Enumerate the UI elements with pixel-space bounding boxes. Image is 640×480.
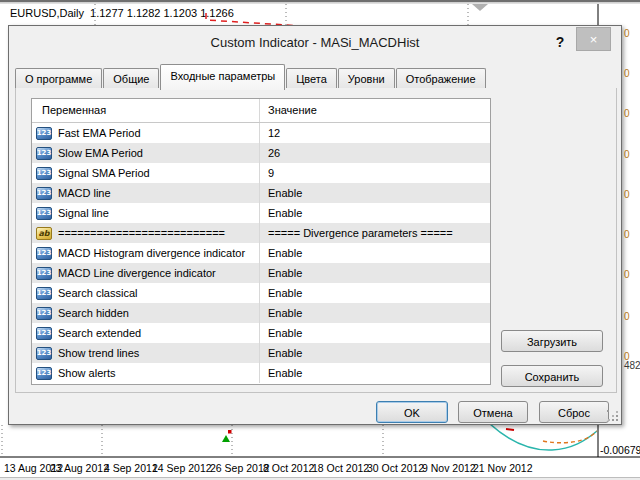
param-value-cell[interactable]: Enable xyxy=(259,343,490,363)
numeric-param-icon: 123 xyxy=(36,247,52,260)
param-value-cell[interactable]: 9 xyxy=(259,163,490,183)
table-row[interactable]: 123Show alertsEnable xyxy=(32,363,490,383)
param-name: Signal SMA Period xyxy=(58,167,150,179)
string-param-icon: ab xyxy=(36,227,52,240)
indicator-value-label: -0.00679 xyxy=(600,444,640,456)
numeric-param-icon: 123 xyxy=(36,327,52,340)
param-value-cell[interactable]: Enable xyxy=(259,183,490,203)
bullish-arrow-icon xyxy=(222,435,230,442)
param-name: Show trend lines xyxy=(58,347,139,359)
numeric-param-icon: 123 xyxy=(36,347,52,360)
param-value-cell[interactable]: Enable xyxy=(259,363,490,383)
tab-visualization[interactable]: Отображение xyxy=(396,68,486,90)
numeric-param-icon: 123 xyxy=(36,207,52,220)
param-name-cell: 123Slow EMA Period xyxy=(32,143,259,163)
param-name-cell: 123Fast EMA Period xyxy=(32,123,259,143)
dialog-title: Custom Indicator - MASi_MACDHist xyxy=(9,35,621,50)
param-name: Show alerts xyxy=(58,367,115,379)
help-button[interactable]: ? xyxy=(551,33,569,51)
parameters-table: Переменная Значение 123Fast EMA Period12… xyxy=(31,98,491,385)
param-name-cell: 123Show alerts xyxy=(32,363,259,383)
numeric-param-icon: 123 xyxy=(36,267,52,280)
numeric-param-icon: 123 xyxy=(36,127,52,140)
param-name-cell: 123Search classical xyxy=(32,283,259,303)
table-row[interactable]: 123Signal SMA Period9 xyxy=(32,163,490,183)
param-name: Search hidden xyxy=(58,307,129,319)
cancel-button[interactable]: Отмена xyxy=(458,401,528,423)
bearish-dot-icon xyxy=(228,430,232,434)
table-row[interactable]: 123Show trend linesEnable xyxy=(32,343,490,363)
param-name: Signal line xyxy=(58,207,109,219)
macd-line-teal xyxy=(490,424,597,450)
param-name-cell: 123MACD line xyxy=(32,183,259,203)
numeric-param-icon: 123 xyxy=(36,287,52,300)
metatrader-chart-screen: { "chart": { "symbol_info": "EURUSD,Dail… xyxy=(0,0,640,480)
numeric-param-icon: 123 xyxy=(36,147,52,160)
ok-button[interactable]: OK xyxy=(376,401,448,423)
param-name-cell: 123Show trend lines xyxy=(32,343,259,363)
table-row[interactable]: 123Slow EMA Period26 xyxy=(32,143,490,163)
param-name-cell: 123Signal line xyxy=(32,203,259,223)
column-header-value[interactable]: Значение xyxy=(259,99,490,122)
table-row[interactable]: 123Fast EMA Period12 xyxy=(32,123,490,143)
tabstrip: О программеОбщиеВходные параметрыЦветаУр… xyxy=(15,63,617,89)
param-name-cell: 123Search hidden xyxy=(32,303,259,323)
param-name-cell: 123MACD Line divergence indicator xyxy=(32,263,259,283)
tab-about[interactable]: О программе xyxy=(15,68,102,90)
close-button[interactable]: × xyxy=(576,27,611,51)
param-value-cell[interactable]: ===== Divergence parameters ===== xyxy=(259,223,490,243)
tab-common[interactable]: Общие xyxy=(103,68,159,90)
object-anchor-triangle-icon xyxy=(472,4,488,11)
param-name-cell: ab========================== xyxy=(32,223,259,243)
resize-grip[interactable] xyxy=(607,410,619,422)
param-name: ========================== xyxy=(58,227,225,239)
param-value-cell[interactable]: Enable xyxy=(259,323,490,343)
param-value-cell[interactable]: 12 xyxy=(259,123,490,143)
param-name: MACD Line divergence indicator xyxy=(58,267,216,279)
numeric-param-icon: 123 xyxy=(36,167,52,180)
param-name: Slow EMA Period xyxy=(58,147,143,159)
param-name: MACD line xyxy=(58,187,111,199)
reset-button[interactable]: Сброс xyxy=(539,401,609,423)
param-name-cell: 123Signal SMA Period xyxy=(32,163,259,183)
table-row[interactable]: 123Search extendedEnable xyxy=(32,323,490,343)
table-row[interactable]: 123MACD Histogram divergence indicatorEn… xyxy=(32,243,490,263)
table-header: Переменная Значение xyxy=(32,99,490,123)
param-value-cell[interactable]: Enable xyxy=(259,243,490,263)
numeric-param-icon: 123 xyxy=(36,307,52,320)
tab-colors[interactable]: Цвета xyxy=(286,68,337,90)
dialog-titlebar[interactable]: Custom Indicator - MASi_MACDHist ? × xyxy=(9,26,621,58)
param-value-cell[interactable]: Enable xyxy=(259,263,490,283)
table-row[interactable]: 123Signal lineEnable xyxy=(32,203,490,223)
param-value-cell[interactable]: Enable xyxy=(259,283,490,303)
custom-indicator-dialog: Custom Indicator - MASi_MACDHist ? × О п… xyxy=(8,25,622,425)
param-value-cell[interactable]: Enable xyxy=(259,303,490,323)
table-row[interactable]: 123MACD lineEnable xyxy=(32,183,490,203)
param-name-cell: 123MACD Histogram divergence indicator xyxy=(32,243,259,263)
tab-levels[interactable]: Уровни xyxy=(338,68,395,90)
numeric-param-icon: 123 xyxy=(36,187,52,200)
param-name: Search classical xyxy=(58,287,137,299)
param-name: Fast EMA Period xyxy=(58,127,141,139)
param-value-cell[interactable]: 26 xyxy=(259,143,490,163)
param-name-cell: 123Search extended xyxy=(32,323,259,343)
table-row[interactable]: 123Search hiddenEnable xyxy=(32,303,490,323)
table-body: 123Fast EMA Period12123Slow EMA Period26… xyxy=(32,123,490,383)
save-button[interactable]: Сохранить xyxy=(501,365,603,387)
bearish-tick-red xyxy=(506,429,514,430)
table-row[interactable]: 123Search classicalEnable xyxy=(32,283,490,303)
table-row[interactable]: 123MACD Line divergence indicatorEnable xyxy=(32,263,490,283)
column-header-variable[interactable]: Переменная xyxy=(32,99,259,122)
param-name: MACD Histogram divergence indicator xyxy=(58,247,245,259)
tab-inputs[interactable]: Входные параметры xyxy=(160,64,285,90)
param-name: Search extended xyxy=(58,327,141,339)
numeric-param-icon: 123 xyxy=(36,367,52,380)
param-value-cell[interactable]: Enable xyxy=(259,203,490,223)
table-row[interactable]: ab=============================== Diverg… xyxy=(32,223,490,243)
load-button[interactable]: Загрузить xyxy=(501,330,603,352)
